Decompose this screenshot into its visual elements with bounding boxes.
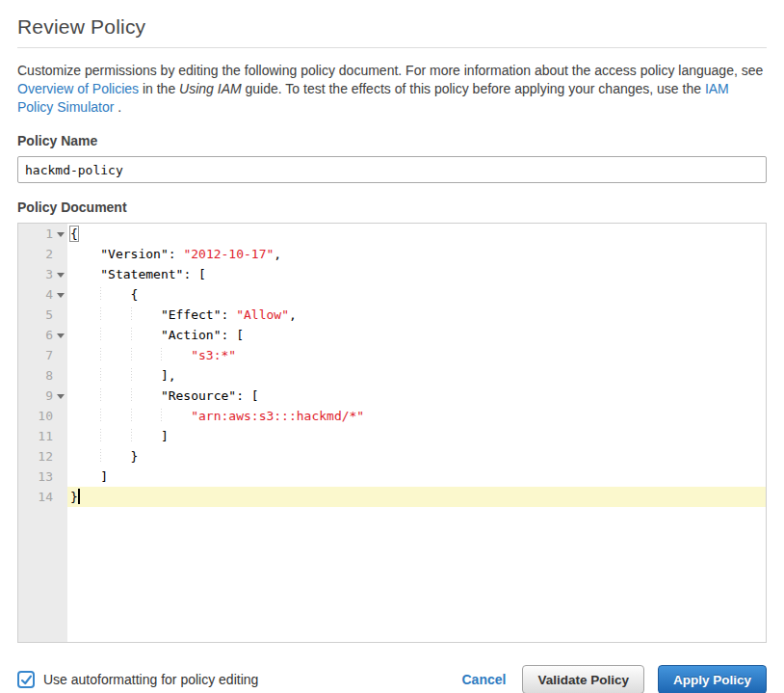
code-line: "Action": [	[67, 325, 766, 345]
code-line: }	[67, 487, 766, 507]
code-line: "arn:aws:s3:::hackmd/*"	[67, 406, 766, 426]
checkmark-icon	[20, 674, 33, 686]
gutter-line-number: 7	[18, 345, 67, 365]
code-line: ],	[67, 365, 766, 386]
code-line: {	[67, 224, 766, 244]
code-line: "s3:*"	[67, 345, 766, 365]
code-line: }	[67, 446, 766, 466]
using-iam-guide-name: Using IAM	[179, 81, 242, 96]
intro-text: Customize permissions by editing the fol…	[17, 62, 767, 117]
gutter-line-number: 9	[18, 386, 67, 406]
fold-arrow-icon[interactable]	[57, 232, 65, 237]
code-line: "Statement": [	[67, 264, 766, 284]
editor-lines: {"Version": "2012-10-17","Statement": [{…	[67, 224, 766, 507]
gutter-line-number: 2	[18, 244, 67, 264]
intro-text-3: guide. To test the effects of this polic…	[242, 81, 705, 96]
code-line: "Resource": [	[67, 386, 766, 406]
intro-text-2: in the	[139, 81, 179, 96]
policy-name-label: Policy Name	[17, 133, 767, 148]
gutter-line-number: 14	[18, 487, 67, 507]
apply-policy-button[interactable]: Apply Policy	[658, 665, 767, 693]
fold-arrow-icon[interactable]	[57, 273, 65, 278]
policy-name-input[interactable]	[17, 156, 767, 183]
footer-bar: Use autoformatting for policy editing Ca…	[17, 665, 767, 693]
intro-text-4: .	[114, 99, 121, 115]
header-divider	[17, 47, 767, 48]
gutter-line-number: 4	[18, 284, 67, 305]
gutter-line-number: 11	[18, 426, 67, 446]
code-line: "Version": "2012-10-17",	[67, 244, 766, 264]
code-line: ]	[67, 466, 766, 487]
intro-text-1: Customize permissions by editing the fol…	[17, 63, 763, 78]
policy-document-editor[interactable]: 1234567891011121314 {"Version": "2012-10…	[17, 223, 767, 643]
review-policy-page: Review Policy Customize permissions by e…	[0, 15, 784, 693]
validate-policy-button[interactable]: Validate Policy	[522, 665, 644, 693]
gutter-line-number: 6	[18, 325, 67, 345]
policy-document-label: Policy Document	[17, 200, 767, 215]
text-cursor	[78, 489, 80, 504]
autoformat-checkbox-label[interactable]: Use autoformatting for policy editing	[43, 672, 258, 687]
cancel-link[interactable]: Cancel	[462, 672, 507, 687]
footer-actions: Cancel Validate Policy Apply Policy	[462, 665, 768, 693]
gutter-line-number: 8	[18, 365, 67, 386]
page-title: Review Policy	[17, 15, 767, 39]
autoformat-checkbox[interactable]	[17, 671, 35, 688]
code-line: ]	[67, 426, 766, 446]
code-line: {	[67, 284, 766, 305]
fold-arrow-icon[interactable]	[57, 394, 65, 399]
gutter-line-number: 1	[18, 224, 67, 244]
gutter-line-number: 3	[18, 264, 67, 284]
code-line: "Effect": "Allow",	[67, 305, 766, 325]
gutter-line-number: 5	[18, 305, 67, 325]
gutter-line-number: 10	[18, 406, 67, 426]
gutter-line-number: 12	[18, 446, 67, 466]
fold-arrow-icon[interactable]	[57, 333, 65, 338]
editor-gutter: 1234567891011121314	[18, 224, 67, 642]
fold-arrow-icon[interactable]	[57, 293, 65, 298]
gutter-line-number: 13	[18, 466, 67, 487]
overview-of-policies-link[interactable]: Overview of Policies	[17, 81, 139, 96]
